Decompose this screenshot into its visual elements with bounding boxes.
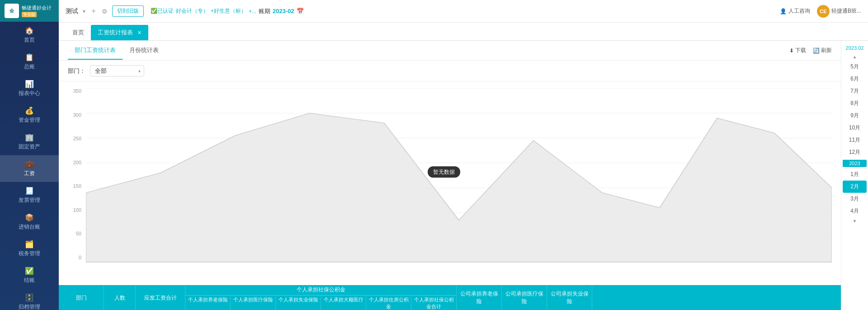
home-icon: 🏠 [25, 26, 34, 35]
panel-month-2[interactable]: 2月 [843, 181, 867, 193]
sidebar-label-purchase: 进销台账 [19, 223, 40, 231]
panel-month-7[interactable]: 7月 [841, 85, 868, 97]
th-personal-housing: 个人承担住房公积金 [366, 296, 411, 310]
panel-up-arrow[interactable]: ▲ [851, 53, 859, 61]
th-personal-unemployment: 个人承担失业保险 [276, 296, 321, 310]
period-value: 2023-02 [273, 8, 294, 14]
chart-area: 350 300 250 200 150 100 50 0 [59, 81, 841, 285]
sidebar-label-ledger: 总账 [24, 63, 35, 71]
sidebar-label-reports: 报表中心 [19, 90, 40, 97]
sidebar-label-archive: 归档管理 [19, 303, 40, 310]
calendar-icon[interactable]: 📅 [297, 8, 304, 14]
panel-month-6[interactable]: 6月 [841, 73, 868, 85]
th-salary-total: 应发工资合计 [136, 286, 185, 310]
invoice-icon: 🧾 [25, 186, 34, 195]
archive-icon: 🗄️ [25, 293, 34, 302]
download-btn[interactable]: ⬇ 下载 [789, 47, 806, 54]
sidebar-item-invoice[interactable]: 🧾 发票管理 [0, 182, 59, 209]
logo-title: 畅捷通好会计 [22, 5, 52, 11]
download-icon: ⬇ [789, 48, 794, 54]
tabs-bar: 首页 工资统计报表 ✕ [59, 23, 868, 41]
sidebar-item-close[interactable]: ✅ 结账 [0, 262, 59, 289]
logo-text: 畅捷通好会计 专业版 [22, 5, 52, 18]
tab-home[interactable]: 首页 [66, 25, 91, 40]
panel-down-arrow[interactable]: ▼ [851, 217, 859, 225]
dept-select[interactable]: 全部 财务部 人事部 销售部 [90, 65, 144, 76]
dept-select-wrapper: 全部 财务部 人事部 销售部 ▾ [90, 65, 144, 76]
sub-tab-dept[interactable]: 部门工资统计表 [68, 42, 123, 60]
user-name: 轻捷通B班... [831, 7, 861, 15]
good-account-badge: 好会计（专） [176, 7, 208, 15]
panel-month-8[interactable]: 8月 [841, 97, 868, 110]
th-personal-pension: 个人承担养老保险 [185, 296, 231, 310]
good-biz-badge: +好生意（标） [211, 7, 246, 15]
topbar-settings-icon[interactable]: ⚙ [102, 8, 108, 15]
sidebar-item-ledger[interactable]: 📋 总账 [0, 48, 59, 75]
th-company-pension: 公司承担养老保险 [457, 286, 502, 310]
ai-consult-label: 人工咨询 [788, 7, 810, 15]
y-label-100: 100 [68, 207, 84, 213]
tab-salary-report[interactable]: 工资统计报表 ✕ [91, 25, 148, 40]
th-company-unemployment: 公司承担失业保险 [547, 286, 592, 310]
sub-tab-month[interactable]: 月份统计表 [123, 42, 165, 60]
topbar-title: 测试 [66, 7, 78, 15]
y-label-300: 300 [68, 112, 84, 118]
topbar-dropdown-arrow[interactable]: ▾ [83, 8, 85, 14]
th-salary-label: 应发工资合计 [144, 294, 177, 302]
funds-icon: 💰 [25, 106, 34, 115]
tab-close-icon[interactable]: ✕ [137, 30, 142, 35]
sidebar-item-archive[interactable]: 🗄️ 归档管理 [0, 289, 59, 310]
topbar-status: ✅已认证 好会计（专） +好生意（标） +... 账期 2023-02 📅 [151, 7, 304, 15]
refresh-icon: 🔄 [813, 48, 820, 54]
y-label-200: 200 [68, 160, 84, 165]
sub-tab-dept-label: 部门工资统计表 [75, 47, 116, 53]
panel-month-1[interactable]: 1月 [841, 168, 868, 181]
refresh-btn[interactable]: 🔄 刷新 [813, 47, 832, 54]
topbar: 测试 ▾ ＋ ⚙ 切到旧版 ✅已认证 好会计（专） +好生意（标） +... 账… [59, 0, 868, 23]
panel-month-9[interactable]: 9月 [841, 110, 868, 122]
sidebar-label-close: 结账 [24, 277, 35, 284]
sub-tabs: 部门工资统计表 月份统计表 ⬇ 下载 🔄 刷新 [59, 41, 841, 61]
panel-month-12[interactable]: 12月 [841, 146, 868, 158]
sidebar-item-home[interactable]: 🏠 首页 [0, 22, 59, 48]
table-header: 部门 人数 应发工资合计 个人承担社保公积金 个人承担养老保险 个人承担医疗保险… [59, 285, 841, 310]
sub-tabs-right: ⬇ 下载 🔄 刷新 [789, 47, 832, 54]
th-group-title: 个人承担社保公积金 [185, 286, 456, 296]
logo-badge: 专业版 [22, 12, 37, 17]
sidebar-item-assets[interactable]: 🏢 固定资产 [0, 129, 59, 155]
tab-home-label: 首页 [72, 29, 84, 36]
sub-tabs-left: 部门工资统计表 月份统计表 [68, 42, 165, 60]
panel-current-date: 2023.02 [844, 43, 865, 53]
sidebar-item-purchase[interactable]: 📦 进销台账 [0, 209, 59, 235]
panel-month-3[interactable]: 3月 [841, 193, 868, 205]
y-label-350: 350 [68, 88, 84, 94]
sidebar-item-salary[interactable]: 💼 工资 [0, 155, 59, 182]
sidebar-item-tax[interactable]: 🗂️ 税务管理 [0, 235, 59, 262]
panel-month-10[interactable]: 10月 [841, 122, 868, 134]
panel-month-5[interactable]: 5月 [841, 61, 868, 73]
ai-consult-btn[interactable]: 👤 人工咨询 [780, 7, 810, 15]
assets-icon: 🏢 [25, 133, 34, 142]
panel-year-badge: 2023 [843, 160, 867, 167]
sub-tab-month-label: 月份统计表 [129, 47, 159, 53]
y-label-50: 50 [68, 231, 84, 236]
sidebar-label-assets: 固定资产 [19, 143, 40, 151]
th-personal-medical: 个人承担医疗保险 [231, 296, 276, 310]
chart-svg [86, 88, 832, 262]
logo-icon: 会 [5, 4, 19, 18]
th-dept-label: 部门 [76, 294, 87, 302]
user-menu[interactable]: CE 轻捷通B班... [817, 5, 861, 18]
sidebar-item-reports[interactable]: 📊 报表中心 [0, 75, 59, 102]
switch-to-old-btn[interactable]: 切到旧版 [112, 5, 144, 17]
th-personal-total: 个人承担社保公积金合计 [411, 296, 456, 310]
refresh-label: 刷新 [821, 47, 832, 54]
topbar-add-button[interactable]: ＋ [90, 6, 97, 16]
chart-svg-area: 暂无数据 [86, 88, 832, 262]
sidebar-item-funds[interactable]: 💰 资金管理 [0, 102, 59, 129]
sidebar-logo: 会 畅捷通好会计 专业版 [0, 0, 59, 22]
sidebar-label-funds: 资金管理 [19, 116, 40, 124]
th-company-unemployment-label: 公司承担失业保险 [548, 290, 590, 305]
filter-bar: 部门： 全部 财务部 人事部 销售部 ▾ [59, 61, 841, 81]
panel-month-11[interactable]: 11月 [841, 134, 868, 146]
panel-month-4[interactable]: 4月 [841, 205, 868, 217]
